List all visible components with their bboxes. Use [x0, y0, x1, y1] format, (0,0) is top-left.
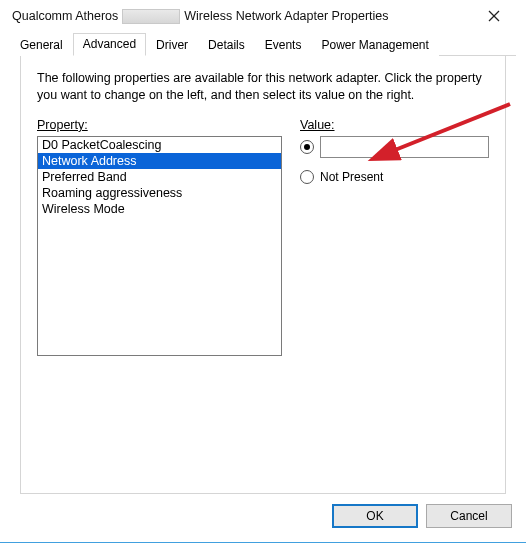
- tab-label: Power Management: [321, 38, 428, 52]
- tab-advanced[interactable]: Advanced: [73, 33, 146, 56]
- window-title: Qualcomm Atheros Wireless Network Adapte…: [12, 9, 389, 24]
- cancel-button[interactable]: Cancel: [426, 504, 512, 528]
- radio-value[interactable]: [300, 140, 314, 154]
- not-present-label: Not Present: [320, 170, 383, 184]
- titlebar: Qualcomm Atheros Wireless Network Adapte…: [0, 0, 526, 32]
- tab-label: General: [20, 38, 63, 52]
- value-radio-row: [300, 136, 489, 158]
- notpresent-radio-row: Not Present: [300, 170, 489, 184]
- value-input[interactable]: [320, 136, 489, 158]
- property-label: Property:: [37, 118, 282, 132]
- title-prefix: Qualcomm Atheros: [12, 9, 118, 23]
- list-item[interactable]: Preferred Band: [38, 169, 281, 185]
- tab-label: Details: [208, 38, 245, 52]
- list-item[interactable]: D0 PacketCoalescing: [38, 137, 281, 153]
- redacted-segment: [122, 9, 180, 24]
- tabstrip: General Advanced Driver Details Events P…: [10, 32, 516, 56]
- tab-label: Events: [265, 38, 302, 52]
- list-item[interactable]: Roaming aggressiveness: [38, 185, 281, 201]
- bottom-accent-rule: [0, 542, 526, 543]
- tab-events[interactable]: Events: [255, 34, 312, 56]
- ok-button[interactable]: OK: [332, 504, 418, 528]
- title-suffix: Wireless Network Adapter Properties: [184, 9, 388, 23]
- tab-general[interactable]: General: [10, 34, 73, 56]
- close-icon: [488, 10, 500, 22]
- tab-driver[interactable]: Driver: [146, 34, 198, 56]
- tab-power-management[interactable]: Power Management: [311, 34, 438, 56]
- property-listbox[interactable]: D0 PacketCoalescing Network Address Pref…: [37, 136, 282, 356]
- list-item[interactable]: Wireless Mode: [38, 201, 281, 217]
- radio-not-present[interactable]: [300, 170, 314, 184]
- list-item[interactable]: Network Address: [38, 153, 281, 169]
- value-label: Value:: [300, 118, 489, 132]
- tab-label: Advanced: [83, 37, 136, 51]
- tab-body: The following properties are available f…: [20, 56, 506, 494]
- intro-text: The following properties are available f…: [37, 70, 489, 104]
- tab-label: Driver: [156, 38, 188, 52]
- dialog-buttons: OK Cancel: [0, 494, 526, 540]
- tab-details[interactable]: Details: [198, 34, 255, 56]
- close-button[interactable]: [474, 2, 514, 30]
